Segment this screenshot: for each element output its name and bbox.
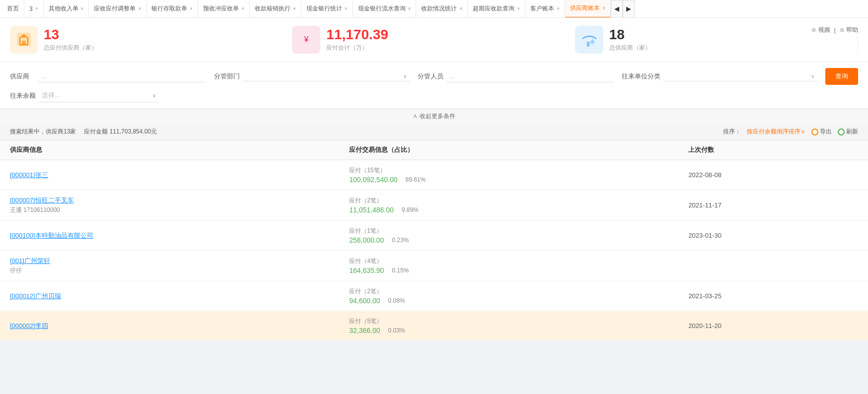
person-input[interactable] (446, 70, 614, 82)
supplier-link[interactable]: [000012]广州贝瑞 (10, 292, 349, 301)
supplier-cell: [000012]广州贝瑞 (10, 292, 349, 301)
query-button[interactable]: 查询 (825, 68, 858, 85)
sort-select[interactable]: 按应付余额倒序排序∨ (747, 128, 805, 136)
result-bar: 搜索结果中，供应商13家 应付金额 111,703,854.00元 排序： 按应… (0, 124, 868, 140)
supplier-input[interactable] (38, 70, 206, 82)
nav-tab-home[interactable]: 首页 (2, 0, 24, 18)
payable-total-amount: 11,170.39 (326, 27, 388, 43)
nav-tab-collect-stat-label: 收款情况统计 (421, 4, 457, 13)
last-pay-cell: 2021-11-17 (688, 201, 858, 209)
nav-tab-bank-deposit[interactable]: 银行存取款单 × (146, 0, 198, 18)
tx-row: 11,051,486.00 9.89% (349, 206, 688, 214)
supplier-link[interactable]: [000001]张三 (10, 171, 349, 180)
close-icon[interactable]: × (459, 6, 462, 11)
nav-tab-overdue-query[interactable]: 超期应收款查询 × (468, 0, 525, 18)
export-button[interactable]: 导出 (811, 128, 832, 136)
supplier-link[interactable]: [000100]本特勤油品有限公司 (10, 231, 349, 240)
close-icon[interactable]: × (35, 6, 38, 11)
close-icon[interactable]: × (408, 6, 411, 11)
refresh-label: 刷新 (846, 128, 858, 136)
video-link[interactable]: ⊙ 视频 (811, 26, 830, 34)
help-link[interactable]: ⊙ 帮助 (840, 26, 858, 34)
tx-label: 应付（15笔） (349, 166, 688, 175)
tx-cell: 应付（1笔） 258,000.00 0.23% (349, 227, 688, 244)
nav-tab-ap-adjust[interactable]: 应收应付调整单 × (89, 0, 146, 18)
nav-tab-customer-account-label: 客户账本 (530, 4, 554, 13)
close-icon[interactable]: × (517, 6, 520, 11)
svg-point-2 (22, 35, 25, 38)
nav-tab-ap-adjust-label: 应收应付调整单 (94, 4, 136, 13)
tx-label: 应付（5笔） (349, 317, 688, 326)
close-icon[interactable]: × (81, 6, 84, 11)
nav-prev-arrow[interactable]: ◀ (611, 0, 623, 18)
result-supplier-count: 搜索结果中，供应商13家 (10, 128, 76, 136)
filter-row-1: 供应商 分管部门 ∨ 分管人员 往来单位分类 ∨ 查询 (10, 68, 858, 85)
balance-select[interactable]: 选择... ∨ (39, 89, 159, 102)
nav-tab-collect-stat[interactable]: 收款情况统计 × (416, 0, 468, 18)
chevron-down-icon: ∨ (403, 73, 407, 79)
tx-amount[interactable]: 258,000.00 (349, 236, 384, 244)
collapse-conditions-bar[interactable]: ∧ 收起更多条件 (0, 109, 868, 124)
tx-amount[interactable]: 94,600.00 (349, 297, 380, 305)
nav-next-arrow[interactable]: ▶ (623, 0, 635, 18)
close-icon[interactable]: × (602, 5, 605, 11)
nav-tab-cash-bank-flow-label: 现金银行流水查询 (358, 4, 406, 13)
supplier-link[interactable]: [000002]李四 (10, 322, 349, 330)
top-right-links: ⊙ 视频 | ⊙ 帮助 (811, 26, 858, 34)
tx-amount[interactable]: 32,366.00 (349, 327, 380, 334)
tx-pct: 0.03% (388, 327, 405, 334)
last-pay-cell: 2023-01-30 (688, 232, 858, 239)
top-navigation: 首页 3 × 其他收入单 × 应收应付调整单 × 银行存取款单 × 预收冲应收单… (0, 0, 868, 18)
nav-tab-cash-bank-stat-label: 现金银行统计 (306, 4, 342, 13)
summary-bar: 13 总应付供应商（家） ¥ 11,170.39 应付合计（万） (0, 18, 868, 62)
tx-amount[interactable]: 11,051,486.00 (349, 206, 394, 214)
card3-label: 总供应商（家） (609, 44, 651, 52)
summary-card-suppliers: 13 总应付供应商（家） (10, 26, 292, 54)
dept-select[interactable]: ∨ (243, 71, 410, 81)
tx-cell: 应付（4笔） 164,635.90 0.15% (349, 257, 688, 274)
nav-tab-prepay-collect[interactable]: 预收冲应收单 × (198, 0, 250, 18)
svg-rect-1 (22, 41, 26, 45)
tx-label: 应付（4笔） (349, 257, 688, 265)
nav-tab-cash-bank-stat[interactable]: 现金银行统计 × (301, 0, 353, 18)
close-icon[interactable]: × (557, 6, 560, 11)
card2-label: 应付合计（万） (326, 44, 388, 52)
nav-tab-collection-verify-label: 收款核销执行 (255, 4, 290, 13)
close-icon[interactable]: × (345, 6, 348, 11)
last-pay-cell: 2022-08-08 (688, 171, 858, 179)
close-icon[interactable]: × (190, 6, 193, 11)
nav-tab-3[interactable]: 3 × (24, 0, 44, 18)
tx-pct: 0.15% (392, 267, 409, 274)
table-body: [000001]张三 应付（15笔） 100,092,540.00 89.61%… (0, 160, 868, 340)
table-row: [000001]张三 应付（15笔） 100,092,540.00 89.61%… (0, 160, 868, 190)
chevron-down-icon: ∨ (811, 73, 814, 79)
nav-tab-customer-account[interactable]: 客户账本 × (525, 0, 565, 18)
close-icon[interactable]: × (241, 6, 244, 11)
nav-tab-cash-bank-flow[interactable]: 现金银行流水查询 × (353, 0, 417, 18)
tx-cell: 应付（15笔） 100,092,540.00 89.61% (349, 166, 688, 184)
nav-tab-home-label: 首页 (7, 4, 19, 13)
store-icon (576, 26, 603, 54)
tx-amount[interactable]: 100,092,540.00 (349, 176, 397, 184)
category-select[interactable]: ∨ (663, 71, 818, 81)
close-icon[interactable]: × (138, 6, 141, 11)
close-icon[interactable]: × (293, 6, 296, 11)
tx-pct: 0.08% (388, 297, 405, 304)
card3-info: 18 总供应商（家） (609, 27, 651, 52)
nav-tab-bank-deposit-label: 银行存取款单 (151, 4, 187, 13)
category-filter-label: 往来单位分类 (622, 72, 660, 81)
supplier-link[interactable]: [001]广州荣轩 (10, 257, 349, 265)
supplier-link[interactable]: [000007]恒旺二手叉车 (10, 196, 349, 205)
export-icon (811, 129, 818, 135)
nav-tab-supplier-account-label: 供应商账本 (570, 4, 600, 12)
refresh-button[interactable]: 刷新 (838, 128, 858, 136)
result-amount: 应付金额 111,703,854.00元 (84, 128, 157, 136)
nav-tab-supplier-account[interactable]: 供应商账本 × (565, 0, 611, 18)
export-label: 导出 (820, 128, 832, 136)
card2-info: 11,170.39 应付合计（万） (326, 27, 388, 52)
nav-tab-prepay-collect-label: 预收冲应收单 (203, 4, 239, 13)
svg-rect-6 (587, 42, 589, 47)
tx-amount[interactable]: 164,635.90 (349, 266, 384, 274)
nav-tab-other-income[interactable]: 其他收入单 × (44, 0, 89, 18)
nav-tab-collection-verify[interactable]: 收款核销执行 × (250, 0, 301, 18)
